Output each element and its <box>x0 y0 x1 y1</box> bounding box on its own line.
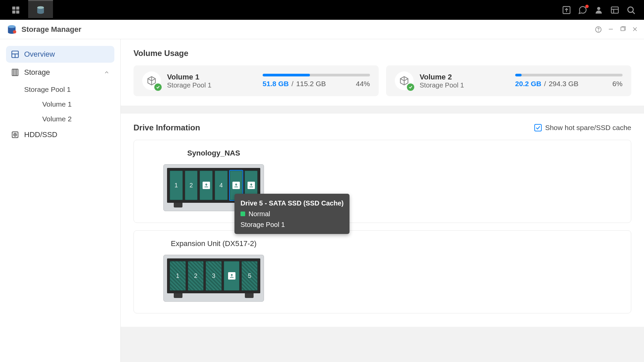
volume-icon-wrap <box>395 71 414 90</box>
usage-line: 51.8 GB / 115.2 GB 44% <box>263 80 370 88</box>
drive-bay[interactable] <box>224 261 240 291</box>
total-value: 115.2 GB <box>296 80 326 88</box>
tooltip-title: Drive 5 - SATA SSD (SSD Cache) <box>240 198 343 208</box>
volume-name: Volume 1 <box>167 73 257 81</box>
slash: / <box>291 80 293 88</box>
volume-usage-title: Volume Usage <box>133 49 631 58</box>
drive-bay[interactable]: 2 <box>185 171 198 200</box>
help-icon <box>595 26 602 33</box>
drive-icon <box>11 130 19 139</box>
volume-pool: Storage Pool 1 <box>420 81 509 89</box>
device-chassis: 1235 <box>163 255 264 302</box>
used-value: 51.8 GB <box>263 80 289 88</box>
status-ok-icon <box>407 83 414 91</box>
volume-usage-section: Volume Usage Volume 1 Storage Pool 1 51.… <box>121 39 644 106</box>
dashboard-icon <box>11 50 19 59</box>
svg-point-17 <box>598 31 599 31</box>
sidebar-label-storage: Storage <box>24 68 50 77</box>
show-hotspare-checkbox[interactable]: Show hot spare/SSD cache <box>534 124 631 132</box>
close-icon <box>632 26 638 32</box>
widgets-icon[interactable] <box>610 5 620 15</box>
volume-info: Volume 2 Storage Pool 1 <box>420 73 509 89</box>
percent-value: 6% <box>612 80 623 88</box>
progress-bar <box>263 74 370 76</box>
volume-icon-wrap <box>142 71 161 90</box>
close-button[interactable] <box>632 26 638 33</box>
grid-icon <box>11 5 20 15</box>
drive-bay[interactable]: 4 <box>215 171 228 200</box>
drive-info-title: Drive Information <box>133 123 200 132</box>
minimize-button[interactable] <box>608 26 614 33</box>
device-name: Synology_NAS <box>163 149 264 158</box>
drive-tooltip: Drive 5 - SATA SSD (SSD Cache) Normal St… <box>234 194 350 234</box>
cache-bay-icon <box>232 182 240 189</box>
sidebar-label-overview: Overview <box>24 50 55 59</box>
svg-rect-8 <box>611 7 619 13</box>
maximize-button[interactable] <box>620 26 626 33</box>
taskbar-right-group <box>562 5 641 15</box>
tooltip-status-text: Normal <box>249 208 270 219</box>
taskbar-left-group <box>3 1 53 19</box>
drive-bay[interactable]: 1 <box>170 171 183 200</box>
window-title: Storage Manager <box>21 25 82 34</box>
main-content: Volume Usage Volume 1 Storage Pool 1 51.… <box>121 39 644 362</box>
sidebar-item-storage[interactable]: Storage <box>6 64 114 81</box>
drive-bay[interactable]: 3 <box>206 261 222 291</box>
sidebar-item-hdd-ssd[interactable]: HDD/SSD <box>6 126 114 143</box>
checkbox-checked-icon <box>534 124 542 131</box>
volume-name: Volume 2 <box>420 73 509 81</box>
storage-app-icon <box>36 5 46 15</box>
svg-rect-3 <box>16 10 19 13</box>
storage-manager-task-button[interactable] <box>28 0 53 18</box>
volume-usage-block: 20.2 GB / 294.3 GB 6% <box>515 74 623 88</box>
volume-card[interactable]: Volume 1 Storage Pool 1 51.8 GB / 115.2 … <box>133 65 379 96</box>
cache-bay-icon <box>228 272 235 280</box>
drive-bay[interactable]: 2 <box>188 261 204 291</box>
sidebar-label-hddssd: HDD/SSD <box>24 130 57 139</box>
volume-info: Volume 1 Storage Pool 1 <box>167 73 257 89</box>
svg-point-5 <box>37 6 44 9</box>
svg-rect-0 <box>12 6 15 9</box>
progress-bar <box>515 74 623 76</box>
svg-rect-2 <box>12 10 15 13</box>
total-value: 294.3 GB <box>549 80 579 88</box>
volume-card[interactable]: Volume 2 Storage Pool 1 20.2 GB / 294.3 … <box>386 65 631 96</box>
device-name: Expansion Unit (DX517-2) <box>163 239 264 248</box>
chassis-feet <box>167 293 260 298</box>
svg-rect-1 <box>16 6 19 9</box>
svg-line-12 <box>633 12 634 13</box>
sidebar-item-overview[interactable]: Overview <box>6 46 114 63</box>
notification-icon[interactable] <box>578 5 587 15</box>
drive-info-section: Drive Information Show hot spare/SSD cac… <box>121 114 644 327</box>
maximize-icon <box>620 26 626 32</box>
drive-bay[interactable] <box>200 171 213 200</box>
slash: / <box>544 80 546 88</box>
storage-manager-icon <box>6 24 17 35</box>
search-icon[interactable] <box>626 5 636 15</box>
sidebar-item-volume-1[interactable]: Volume 1 <box>42 97 114 112</box>
show-hotspare-label: Show hot spare/SSD cache <box>545 124 631 132</box>
minimize-icon <box>608 26 614 32</box>
svg-point-7 <box>597 7 600 10</box>
upload-tray-icon[interactable] <box>562 5 571 15</box>
drive-bay[interactable]: 5 <box>241 261 258 291</box>
device-card: Expansion Unit (DX517-2)1235 <box>133 230 631 313</box>
status-square-icon <box>240 212 245 216</box>
sidebar-item-volume-2[interactable]: Volume 2 <box>42 112 114 126</box>
volume-usage-block: 51.8 GB / 115.2 GB 44% <box>263 74 370 88</box>
user-icon[interactable] <box>594 5 603 15</box>
progress-fill <box>263 74 310 76</box>
chassis-inner: 1235 <box>167 258 260 293</box>
volume-pool: Storage Pool 1 <box>167 81 257 89</box>
cache-bay-icon <box>248 182 255 189</box>
tooltip-status-row: Normal <box>240 208 343 219</box>
percent-value: 44% <box>356 80 370 88</box>
main-menu-button[interactable] <box>3 1 28 19</box>
sidebar-item-storage-pool-1[interactable]: Storage Pool 1 <box>24 82 114 97</box>
desktop-taskbar <box>0 0 644 20</box>
drive-bay[interactable]: 1 <box>170 261 186 291</box>
storage-icon <box>11 68 19 77</box>
help-button[interactable] <box>595 26 602 33</box>
progress-fill <box>515 74 522 76</box>
notification-dot-icon <box>585 5 589 8</box>
